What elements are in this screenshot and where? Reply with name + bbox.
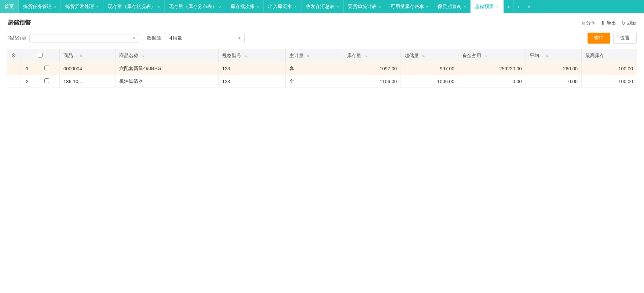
query-button[interactable]: 查询: [588, 33, 610, 44]
nav-item-batch[interactable]: 库存批次账 ×: [226, 0, 264, 13]
td-max-stock-0: 100.00: [582, 62, 637, 75]
sort-stock-qty-icon[interactable]: ⇅: [364, 54, 367, 58]
close-stock-status[interactable]: ×: [158, 4, 160, 9]
nav-item-order-stat[interactable]: 要货单统计表 ×: [344, 0, 386, 13]
th-unit: 主计量 ⇅: [286, 49, 343, 62]
datasource-select[interactable]: 可用量 ▾: [164, 33, 245, 43]
nav-item-stock-status[interactable]: 现存量（库存状况表） ×: [103, 0, 165, 13]
nav-item-home[interactable]: 首页: [0, 0, 19, 13]
td-product-code-1: 186-10...: [60, 75, 116, 88]
datasource-select-value: 可用量: [168, 35, 182, 41]
category-dropdown-icon: ▾: [133, 36, 135, 41]
td-unit-1: 个: [286, 75, 343, 88]
nav-item-collect[interactable]: 收发存汇总表 ×: [301, 0, 344, 13]
category-label: 商品分类: [7, 35, 26, 41]
sort-spec-icon[interactable]: ⇅: [244, 54, 247, 58]
sort-capital-used-icon[interactable]: ⇅: [484, 54, 487, 58]
td-index-1: 2: [21, 75, 34, 88]
th-gear: ⚙: [7, 49, 21, 62]
export-button[interactable]: ⬇ 导出: [601, 20, 616, 26]
top-nav: 首页 拣货任务管理 × 拣货异常处理 × 现存量（库存状况表） × 现存量（库存…: [0, 0, 644, 13]
row-checkbox-0[interactable]: [44, 66, 49, 70]
close-overstock[interactable]: ×: [496, 4, 498, 9]
close-order-stat[interactable]: ×: [379, 4, 381, 9]
datasource-label: 数据源: [147, 35, 161, 41]
sort-avg-icon[interactable]: ⇅: [546, 54, 549, 58]
nav-item-abnormal[interactable]: 拣货异常处理 ×: [61, 0, 103, 13]
td-product-code-0: 0000004: [60, 62, 116, 75]
category-filter-group: 商品分类 ▾: [7, 34, 139, 42]
main-content: 超储预警 ⎋ 分享 ⬇ 导出 ↻ 刷新 商品分类 ▾ 数据源: [0, 13, 644, 293]
nav-item-overstock[interactable]: 超储预警 ×: [471, 0, 503, 13]
nav-item-expiry[interactable]: 保质期查询 ×: [433, 0, 471, 13]
nav-arrow-right[interactable]: ›: [514, 0, 524, 13]
th-capital-used: 资金占用 ⇅: [458, 49, 526, 62]
th-index: [21, 49, 34, 62]
close-task-mgmt[interactable]: ×: [54, 4, 56, 9]
td-capital-used-0: 259220.00: [458, 62, 526, 75]
td-spec-0: 123: [218, 62, 286, 75]
td-capital-used-1: 0.00: [458, 75, 526, 88]
th-checkbox: [34, 49, 60, 62]
sort-product-name-icon[interactable]: ⇅: [141, 54, 144, 58]
sort-overstock-qty-icon[interactable]: ⇅: [422, 54, 425, 58]
close-available[interactable]: ×: [426, 4, 428, 9]
page-header: 超储预警 ⎋ 分享 ⬇ 导出 ↻ 刷新: [7, 19, 637, 27]
data-table: ⚙ 商品... ⇅ 商品名称 ⇅ 规格型号 ⇅: [7, 49, 637, 88]
close-abnormal[interactable]: ×: [96, 4, 98, 9]
datasource-dropdown-icon: ▾: [238, 36, 241, 41]
nav-item-stock-dist[interactable]: 现存量（库存分布表） ×: [165, 0, 226, 13]
nav-item-task-mgmt[interactable]: 拣货任务管理 ×: [19, 0, 61, 13]
refresh-button[interactable]: ↻ 刷新: [621, 20, 637, 26]
nav-arrow-left[interactable]: ‹: [504, 0, 514, 13]
nav-item-inout-flow[interactable]: 出入库流水 ×: [264, 0, 301, 13]
table-header: ⚙ 商品... ⇅ 商品名称 ⇅ 规格型号 ⇅: [7, 49, 637, 62]
datasource-filter-group: 数据源 可用量 ▾: [147, 33, 245, 43]
td-avg-1: 0.00: [526, 75, 581, 88]
setting-button[interactable]: 设置: [613, 33, 637, 44]
filter-row: 商品分类 ▾ 数据源 可用量 ▾ 查询 设置: [7, 33, 637, 44]
share-button[interactable]: ⎋ 分享: [582, 20, 596, 26]
category-select[interactable]: ▾: [29, 34, 139, 42]
td-stock-qty-1: 1106.00: [343, 75, 401, 88]
filter-buttons: 查询 设置: [588, 33, 637, 44]
nav-arrow-more[interactable]: ×: [524, 0, 534, 13]
td-max-stock-1: 100.00: [582, 75, 637, 88]
td-spec-1: 123: [218, 75, 286, 88]
td-product-name-1: 机油滤清器: [116, 75, 218, 88]
td-gear-1: [7, 75, 21, 88]
select-all-checkbox[interactable]: [38, 53, 43, 58]
sort-product-code-icon[interactable]: ⇅: [80, 54, 83, 58]
page-title: 超储预警: [7, 19, 31, 27]
close-expiry[interactable]: ×: [464, 4, 466, 9]
th-spec: 规格型号 ⇅: [218, 49, 286, 62]
td-checkbox-0[interactable]: [34, 62, 60, 75]
td-index-0: 1: [21, 62, 34, 75]
th-avg: 平均... ⇅: [526, 49, 581, 62]
sort-unit-icon[interactable]: ⇅: [307, 54, 310, 58]
td-overstock-qty-1: 1006.00: [401, 75, 458, 88]
table-row: 1 0000004 六配套新昌490BPG 123 套 1097.00 997.…: [7, 62, 637, 75]
share-icon: ⎋: [582, 20, 585, 26]
nav-item-available[interactable]: 可用量库存账本 ×: [386, 0, 433, 13]
close-batch[interactable]: ×: [257, 4, 259, 9]
header-actions: ⎋ 分享 ⬇ 导出 ↻ 刷新: [582, 20, 637, 26]
export-icon: ⬇: [601, 20, 605, 26]
td-avg-0: 260.00: [526, 62, 581, 75]
td-overstock-qty-0: 997.00: [401, 62, 458, 75]
th-max-stock: 最高库存: [582, 49, 637, 62]
close-inout-flow[interactable]: ×: [294, 4, 296, 9]
close-collect[interactable]: ×: [337, 4, 339, 9]
td-gear-0: [7, 62, 21, 75]
table-body: 1 0000004 六配套新昌490BPG 123 套 1097.00 997.…: [7, 62, 637, 88]
td-checkbox-1[interactable]: [34, 75, 60, 88]
gear-icon[interactable]: ⚙: [11, 52, 16, 59]
row-checkbox-1[interactable]: [44, 78, 49, 83]
td-stock-qty-0: 1097.00: [343, 62, 401, 75]
close-stock-dist[interactable]: ×: [219, 4, 221, 9]
td-unit-0: 套: [286, 62, 343, 75]
th-overstock-qty: 超储量 ⇅: [401, 49, 458, 62]
th-stock-qty: 库存量 ⇅: [343, 49, 401, 62]
th-product-code: 商品... ⇅: [60, 49, 116, 62]
td-product-name-0: 六配套新昌490BPG: [116, 62, 218, 75]
